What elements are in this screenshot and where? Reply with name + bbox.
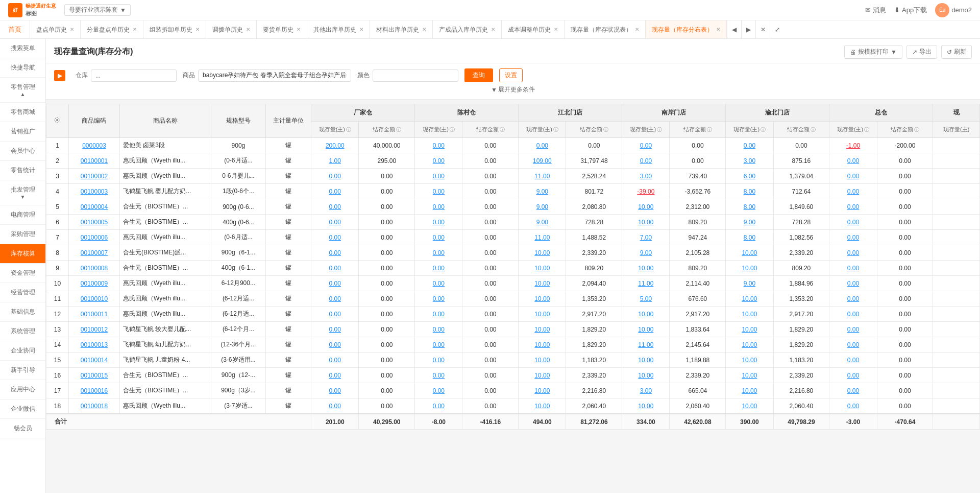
cell-factory-amt: 295.00 [359, 153, 415, 169]
tab-nav-expand[interactable]: ⤢ [770, 20, 784, 39]
page-actions: 🖨 按模板打印 ▼ ↗ 导出 ↺ 刷新 [844, 45, 972, 59]
cell-unit: 罐 [266, 215, 311, 230]
tab-home[interactable]: 首页 [0, 20, 30, 39]
cell-spec: (3-6岁适用... [211, 353, 265, 368]
tab-product-in[interactable]: 产成品入库单历史 ✕ [433, 20, 502, 39]
sidebar-item-corp[interactable]: 企业协同 [0, 341, 45, 361]
tab-material-out[interactable]: 材料出库单历史 ✕ [370, 20, 433, 39]
cell-jiangbei-qty: 10.00 [519, 383, 566, 398]
user-area[interactable]: Ea demo2 [935, 3, 972, 17]
cell-mountain-amt: 0.00 [462, 169, 519, 184]
cell-unit: 罐 [266, 368, 311, 383]
cell-total-amt: 0.00 [877, 199, 933, 215]
th-gear[interactable] [46, 104, 69, 138]
cell-jiangbei-amt: 2,339.20 [566, 245, 622, 261]
th-code: 商品编码 [68, 104, 119, 138]
tab-nav-next[interactable]: ▶ [741, 20, 755, 39]
cell-current [933, 169, 980, 184]
th-yuzbei: 渝北门店 [726, 104, 829, 122]
sidebar-item-member[interactable]: 会员中心 [0, 142, 45, 161]
cell-nanan-qty: 10.00 [622, 353, 670, 368]
sidebar-item-ops[interactable]: 经营管理 [0, 283, 45, 302]
close-tab-group[interactable]: ✕ [195, 20, 200, 39]
print-btn[interactable]: 🖨 按模板打印 ▼ [844, 45, 902, 59]
cell-factory-qty: 0.00 [311, 169, 359, 184]
tab-group[interactable]: 组装拆卸单历史 ✕ [143, 20, 206, 39]
expand-btn[interactable]: ▼ 展开更多条件 [491, 85, 535, 94]
tab-order[interactable]: 要货单历史 ✕ [257, 20, 307, 39]
tab-transfer[interactable]: 调拨单历史 ✕ [206, 20, 257, 39]
warehouse-input[interactable] [91, 69, 177, 82]
cell-jiangbei-qty: 10.00 [519, 261, 566, 276]
close-tab-point[interactable]: ✕ [70, 20, 74, 39]
goods-input[interactable] [198, 69, 351, 82]
table-row: 4 00100003 飞鹤星飞帆 婴儿配方奶... 1段(0-6个... 罐 0… [46, 184, 980, 199]
sidebar-item-inventory[interactable]: 库存核算 [0, 244, 45, 264]
refresh-btn[interactable]: ↺ 刷新 [941, 45, 972, 59]
tab-nav-close[interactable]: ✕ [755, 20, 770, 39]
sidebar-item-app-center[interactable]: 应用中心 [0, 380, 45, 400]
export-btn[interactable]: ↗ 导出 [906, 45, 937, 59]
search-btn[interactable]: 查询 [464, 68, 493, 82]
cell-nanan-amt: 2,145.64 [670, 337, 726, 353]
sidebar-item-marketing[interactable]: 营销推广 [0, 122, 45, 142]
cell-mountain-amt: 0.00 [462, 153, 519, 169]
close-tab-order[interactable]: ✕ [297, 20, 301, 39]
sidebar-item-finance[interactable]: 资金管理 [0, 264, 45, 283]
tab-point2[interactable]: 分量盘点单历史 ✕ [81, 20, 143, 39]
sidebar-item-purchase[interactable]: 采购管理 [0, 225, 45, 244]
sidebar-item-quick[interactable]: 快捷导航 [0, 58, 45, 78]
sidebar-item-member2[interactable]: 畅会员 [0, 419, 45, 438]
cell-mountain-qty: 0.00 [415, 337, 462, 353]
cell-unit: 罐 [266, 245, 311, 261]
sidebar-item-retail-stat[interactable]: 零售统计 [0, 161, 45, 180]
sidebar-item-basic[interactable]: 基础信息 [0, 302, 45, 322]
cell-yuzbei-qty: 10.00 [726, 245, 773, 261]
cell-spec: 900g (0-6... [211, 199, 265, 215]
sidebar-item-ecommerce[interactable]: 电商管理 [0, 205, 45, 225]
cell-jiangbei-qty: 9.00 [519, 215, 566, 230]
color-input[interactable] [373, 69, 458, 82]
messages-btn[interactable]: ✉ 消息 [865, 6, 886, 15]
close-tab-other-out[interactable]: ✕ [359, 20, 363, 39]
cell-yuzbei-amt: 2,339.20 [773, 245, 829, 261]
cell-jiangbei-amt: 2,080.80 [566, 199, 622, 215]
summary-label: 合计 [46, 414, 311, 430]
tab-inventory-status[interactable]: 现存量（库存状况表） ✕ [565, 20, 646, 39]
tab-cost-adj[interactable]: 成本调整单历史 ✕ [502, 20, 565, 39]
sidebar-item-wholesale[interactable]: 批发管理 ▼ [0, 180, 45, 205]
industry-selector[interactable]: 母婴行业演示陈套 ▼ [64, 4, 131, 16]
sidebar-item-search[interactable]: 搜索英单 [0, 39, 45, 58]
cell-factory-qty: 0.00 [311, 199, 359, 215]
sidebar-item-guide[interactable]: 新手引导 [0, 361, 45, 380]
cell-yuzbei-amt: 1,884.96 [773, 276, 829, 291]
sum-yuzbei-amt: 49,798.29 [773, 414, 829, 430]
sidebar-item-retail-mgmt[interactable]: 零售管理 ▲ [0, 78, 45, 103]
close-tab-inv-status[interactable]: ✕ [635, 20, 639, 39]
th-name: 商品名称 [120, 104, 211, 138]
settings-btn[interactable]: 设置 [499, 68, 523, 82]
table-wrap[interactable]: 商品编码 商品名称 规格型号 主计量单位 厂家仓 陈村仓 江北门店 南岸门店 渝… [46, 100, 980, 493]
sidebar-item-retail-store[interactable]: 零售商城 [0, 103, 45, 122]
close-tab-point2[interactable]: ✕ [133, 20, 137, 39]
close-tab-inv-dist[interactable]: ✕ [716, 20, 720, 39]
sidebar-item-corp-wechat[interactable]: 企业微信 [0, 400, 45, 419]
close-tab-transfer[interactable]: ✕ [246, 20, 250, 39]
tab-nav-prev[interactable]: ◀ [727, 20, 741, 39]
filter-toggle-btn[interactable]: ▶ [54, 70, 65, 81]
cell-factory-qty: 0.00 [311, 398, 359, 414]
tab-other-out[interactable]: 其他出库单历史 ✕ [307, 20, 370, 39]
cell-unit: 罐 [266, 337, 311, 353]
close-tab-product-in[interactable]: ✕ [491, 20, 495, 39]
cell-no: 10 [46, 276, 69, 291]
sidebar-item-system[interactable]: 系统管理 [0, 322, 45, 341]
sum-mountain-amt: -416.16 [462, 414, 519, 430]
cell-nanan-qty: 10.00 [622, 307, 670, 322]
tab-point[interactable]: 盘点单历史 ✕ [30, 20, 81, 39]
cell-yuzbei-qty: 10.00 [726, 368, 773, 383]
close-tab-material-out[interactable]: ✕ [422, 20, 426, 39]
app-download-btn[interactable]: ⬇ App下载 [894, 6, 927, 15]
close-tab-cost-adj[interactable]: ✕ [554, 20, 558, 39]
cell-no: 13 [46, 322, 69, 337]
tab-inventory-dist[interactable]: 现存量（库存分布表） ✕ [646, 20, 727, 39]
